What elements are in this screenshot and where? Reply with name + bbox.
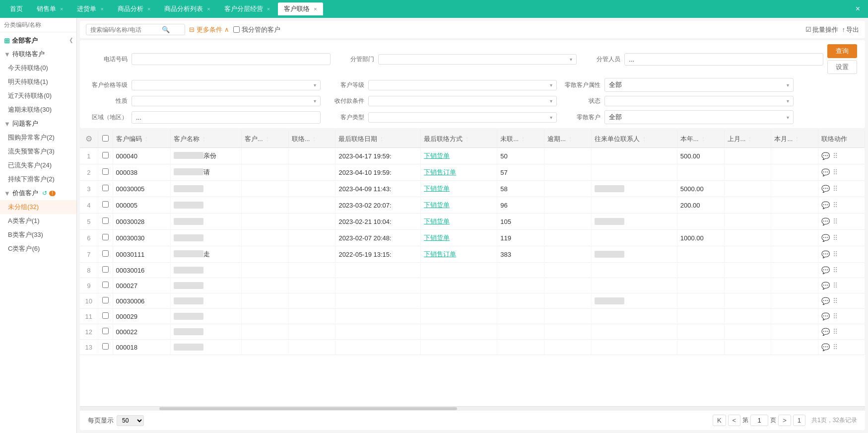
select-all-checkbox[interactable] [102,135,109,142]
row-last-method[interactable]: 下销货单 [421,214,497,230]
row-last-method[interactable] [421,340,497,355]
sidebar-item-c-class[interactable]: C类客户(6) [0,242,76,256]
th-name[interactable]: 客户名称 ⋮ [171,130,242,148]
more-action-icon[interactable]: ⠿ [833,168,838,176]
row-last-method[interactable] [421,309,497,324]
reset-button[interactable]: 设置 [827,60,857,74]
tab-product-analysis-list-close[interactable]: × [207,6,210,12]
row-checkbox-cell[interactable] [98,230,113,246]
row-last-method[interactable] [421,293,497,309]
th-contact[interactable]: 联络... ⋮ [288,130,335,148]
col-resizer-uncontact[interactable]: ⋮ [520,136,527,142]
more-action-icon[interactable]: ⠿ [833,250,838,258]
row-checkbox[interactable] [102,168,109,175]
first-page-btn[interactable]: K [713,415,726,426]
my-customers-checkbox-wrapper[interactable]: 我分管的客户 [233,25,280,34]
sidebar-item-overdue-contact[interactable]: 逾期未联络(30) [0,103,76,117]
contact-action-icon[interactable]: 💬 [821,250,830,258]
row-checkbox-cell[interactable] [98,197,113,214]
customer-search-icon[interactable]: 🔍 [162,26,170,33]
phone-input[interactable] [132,53,331,65]
th-last-month[interactable]: 上月... ⋮ [724,130,771,148]
row-checkbox[interactable] [102,185,109,191]
row-checkbox-cell[interactable] [98,324,113,340]
contact-action-icon[interactable]: 💬 [821,266,830,274]
tab-customer-contact[interactable]: 客户联络 × [278,2,323,15]
row-last-method[interactable] [421,324,497,340]
more-action-icon[interactable]: ⠿ [833,217,838,225]
tab-product-analysis[interactable]: 商品分析 × [112,2,156,15]
retail-attr-select[interactable]: 全部 ▾ [604,78,794,92]
sidebar-search-input[interactable] [4,21,77,28]
sidebar-item-today-contact[interactable]: 今天待联络(0) [0,61,76,75]
col-resizer-last-date[interactable]: ⋮ [378,136,385,142]
row-checkbox[interactable] [102,312,109,319]
col-resizer-unit[interactable]: ⋮ [641,136,648,142]
th-last-method[interactable]: 最后联络方式 ⋮ [421,130,497,148]
more-action-icon[interactable]: ⠿ [833,201,838,209]
row-checkbox-cell[interactable] [98,181,113,197]
row-last-method[interactable] [421,263,497,278]
sidebar-item-churn-warning[interactable]: 流失预警客户(3) [0,144,76,158]
row-checkbox-cell[interactable] [98,278,113,293]
close-all-btn[interactable]: × [852,2,864,15]
th-this-month[interactable]: 本月... ⋮ [771,130,818,148]
scrollbar-thumb[interactable] [159,407,457,410]
tab-product-analysis-list[interactable]: 商品分析列表 × [158,2,216,15]
col-resizer-name[interactable]: ⋮ [200,136,207,142]
home-tab[interactable]: 首页 [4,2,29,15]
row-checkbox[interactable] [102,152,109,158]
row-checkbox[interactable] [102,282,109,288]
sidebar-item-abnormal-hoard[interactable]: 囤购异常客户(2) [0,131,76,144]
manager-select[interactable]: ... [624,53,823,66]
col-resizer-code[interactable]: ⋮ [143,136,150,142]
contact-action-icon[interactable]: 💬 [821,201,830,209]
row-last-method[interactable]: 下销货单 [421,197,497,214]
table-settings-icon[interactable]: ⚙ [85,135,92,143]
col-resizer-contact[interactable]: ⋮ [311,136,318,142]
contact-action-icon[interactable]: 💬 [821,168,830,176]
more-action-icon[interactable]: ⠿ [833,343,838,351]
retail-customer-select[interactable]: 全部 ▾ [604,110,794,124]
contact-action-icon[interactable]: 💬 [821,328,830,336]
sidebar-item-churned[interactable]: 已流失客户(24) [0,158,76,172]
contact-action-icon[interactable]: 💬 [821,282,830,289]
row-checkbox-cell[interactable] [98,246,113,263]
row-checkbox-cell[interactable] [98,340,113,355]
tab-sales-order[interactable]: 销售单 × [31,2,69,15]
row-checkbox-cell[interactable] [98,164,113,181]
th-uncontact[interactable]: 未联... ⋮ [497,130,544,148]
row-last-method[interactable]: 下销货单 [421,230,497,246]
more-action-icon[interactable]: ⠿ [833,282,838,289]
contact-action-icon[interactable]: 💬 [821,312,830,320]
my-customers-checkbox[interactable] [233,26,240,33]
batch-ops-btn[interactable]: ☑ 批量操作 [805,25,838,34]
col-resizer-this-month[interactable]: ⋮ [794,136,801,142]
pending-contact-header[interactable]: ▼ 待联络客户 [0,47,76,61]
sidebar-item-tomorrow-contact[interactable]: 明天待联络(1) [0,75,76,89]
query-button[interactable]: 查询 [827,44,857,58]
row-checkbox-cell[interactable] [98,309,113,324]
contact-action-icon[interactable]: 💬 [821,343,830,351]
more-action-icon[interactable]: ⠿ [833,266,838,274]
tab-customer-tier-close[interactable]: × [267,6,270,12]
contact-action-icon[interactable]: 💬 [821,185,830,193]
last-page-btn[interactable]: 1 [793,415,805,426]
customer-type-select[interactable]: ▾ [368,112,557,123]
th-this-year[interactable]: 本年... ⋮ [677,130,724,148]
tab-product-analysis-close[interactable]: × [147,6,150,12]
more-action-icon[interactable]: ⠿ [833,328,838,336]
sidebar-item-b-class[interactable]: B类客户(33) [0,228,76,242]
export-btn[interactable]: ↑ 导出 [842,25,860,34]
contact-action-icon[interactable]: 💬 [821,217,830,225]
row-last-method[interactable]: 下销货单 [421,148,497,164]
horizontal-scrollbar[interactable] [80,406,865,410]
th-code[interactable]: 客户编码 ⋮ [113,130,171,148]
row-last-method[interactable]: 下销售订单 [421,246,497,263]
col-resizer-year[interactable]: ⋮ [700,136,707,142]
row-checkbox-cell[interactable] [98,263,113,278]
row-checkbox[interactable] [102,343,109,350]
contact-action-icon[interactable]: 💬 [821,297,830,305]
nature-select[interactable]: ▾ [132,96,321,106]
tab-sales-order-close[interactable]: × [60,6,63,12]
